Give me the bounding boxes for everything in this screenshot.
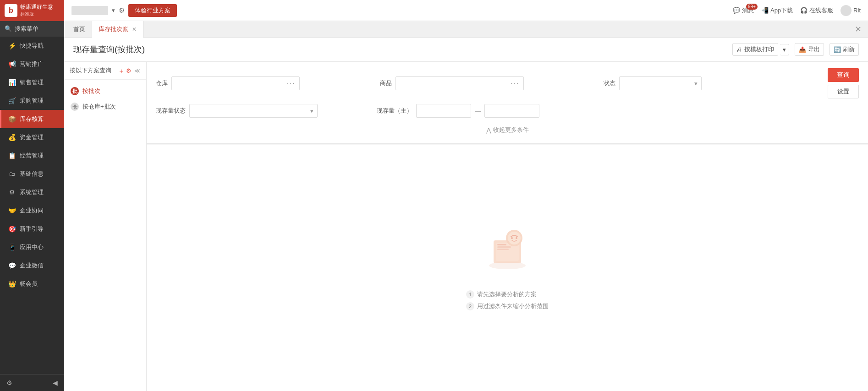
tab-panel-close-icon[interactable]: ✕ <box>855 24 862 34</box>
scheme-item-batch[interactable]: 批 按批次 <box>64 83 146 99</box>
topbar: ▾ ⚙ 体验行业方案 💬 消息 99+ 📲 App下载 🎧 在线客服 Rit <box>64 0 868 21</box>
warehouse-input[interactable]: ··· <box>171 76 300 90</box>
tip-text-2: 用过滤条件来缩小分析范围 <box>477 302 549 310</box>
print-template-btn[interactable]: 🖨 按模板打印 <box>732 43 778 56</box>
sidebar-item-sales[interactable]: 📊 销售管理 <box>0 73 64 92</box>
topbar-breadcrumb <box>71 6 108 15</box>
sales-icon: 📊 <box>8 78 16 87</box>
svg-point-9 <box>516 237 517 239</box>
export-label: 导出 <box>808 45 820 54</box>
collapse-more-label: 收起更多条件 <box>493 126 529 134</box>
refresh-btn[interactable]: 🔄 刷新 <box>830 43 859 56</box>
print-label: 按模板打印 <box>744 45 774 54</box>
tab-inventory-batch[interactable]: 库存批次账 ✕ <box>92 21 143 38</box>
warehouse-dots-icon: ··· <box>287 79 296 87</box>
member-icon: 👑 <box>8 280 16 288</box>
sidebar-item-wechat[interactable]: 💬 企业微信 <box>0 256 64 275</box>
inventory-qty-min-input[interactable] <box>416 104 471 118</box>
sidebar-nav: ⚡ 快捷导航 📢 营销推广 📊 销售管理 🛒 采购管理 📦 库存核算 💰 资金管… <box>0 37 64 374</box>
messages-btn[interactable]: 💬 消息 99+ <box>733 6 754 15</box>
sidebar-search[interactable]: 🔍 搜索菜单 <box>0 21 64 37</box>
newguide-icon: 🎯 <box>8 225 16 233</box>
finance-icon: 💰 <box>8 133 16 141</box>
topbar-settings-icon[interactable]: ⚙ <box>119 6 125 15</box>
search-label: 搜索菜单 <box>15 25 38 33</box>
trial-button[interactable]: 体验行业方案 <box>128 4 177 17</box>
svg-point-7 <box>508 232 521 244</box>
sidebar-header: b 畅康通好生意 标准版 <box>0 0 64 21</box>
inventory-qty-label: 现存量（主） <box>377 107 412 115</box>
sidebar-item-marketing[interactable]: 📢 营销推广 <box>0 55 64 73</box>
sidebar-item-label: 库存核算 <box>20 115 44 123</box>
sidebar-item-purchase[interactable]: 🛒 采购管理 <box>0 92 64 110</box>
export-btn[interactable]: 📤 导出 <box>795 43 824 56</box>
warehouse-label: 仓库 <box>156 79 168 87</box>
tab-close-icon[interactable]: ✕ <box>132 26 137 33</box>
sidebar: b 畅康通好生意 标准版 🔍 搜索菜单 ⚡ 快捷导航 📢 营销推广 📊 销售管理… <box>0 0 64 391</box>
online-service-btn[interactable]: 🎧 在线客服 <box>800 6 833 15</box>
status-select[interactable]: ▾ <box>619 76 702 90</box>
topbar-left: ▾ ⚙ 体验行业方案 <box>71 4 728 17</box>
sidebar-item-label: 销售管理 <box>20 78 44 87</box>
sidebar-item-label: 企业协同 <box>20 206 44 215</box>
tip-text-1: 请先选择要分析的方案 <box>477 290 537 299</box>
sidebar-item-finance[interactable]: 💰 资金管理 <box>0 128 64 147</box>
tip-num-2: 2 <box>466 302 474 310</box>
print-icon: 🖨 <box>736 46 742 53</box>
inventory-status-dropdown-icon: ▾ <box>310 108 313 114</box>
sidebar-item-inventory[interactable]: 📦 库存核算 <box>0 110 64 128</box>
app-logo: b <box>5 4 17 17</box>
scheme-item-warehouse-batch[interactable]: 仓 按仓库+批次 <box>64 99 146 114</box>
sidebar-item-appcenter[interactable]: 📱 应用中心 <box>0 238 64 256</box>
sidebar-item-operations[interactable]: 📋 经营管理 <box>0 147 64 165</box>
filter-row-2: 现存量状态 ▾ 现存量（主） — <box>156 104 859 118</box>
left-panel-title: 按以下方案查询 <box>70 66 111 75</box>
inventory-qty-group: 现存量（主） — <box>377 104 590 118</box>
sidebar-item-member[interactable]: 👑 畅会员 <box>0 275 64 293</box>
scheme-warehouse-icon: 仓 <box>71 103 79 111</box>
product-input[interactable]: ··· <box>396 76 524 90</box>
refresh-label: 刷新 <box>843 45 855 54</box>
svg-rect-4 <box>497 246 511 248</box>
app-download-label: App下载 <box>770 6 793 15</box>
right-panel: 仓库 ··· 商品 ··· 状态 <box>147 62 868 391</box>
sidebar-item-system[interactable]: ⚙ 系统管理 <box>0 183 64 201</box>
tip-num-1: 1 <box>466 290 474 299</box>
add-scheme-icon[interactable]: + <box>119 67 123 75</box>
collapse-panel-icon[interactable]: ≪ <box>134 67 141 74</box>
inventory-status-group: 现存量状态 ▾ <box>156 104 369 118</box>
sidebar-item-label: 基础信息 <box>20 170 44 178</box>
inventory-qty-max-input[interactable] <box>484 104 539 118</box>
qty-dash: — <box>475 108 481 114</box>
collapse-more-btn[interactable]: ⋀ 收起更多条件 <box>156 123 859 137</box>
sidebar-item-label: 应用中心 <box>20 243 44 251</box>
settings-button[interactable]: 设置 <box>828 85 859 98</box>
topbar-dropdown-icon[interactable]: ▾ <box>112 7 115 14</box>
warehouse-filter-group: 仓库 ··· <box>156 76 373 90</box>
app-download-btn[interactable]: 📲 App下载 <box>761 6 793 15</box>
page-title: 现存量查询(按批次) <box>73 44 145 55</box>
tab-home[interactable]: 首页 <box>67 21 92 38</box>
query-button[interactable]: 查询 <box>828 68 859 82</box>
shortcut-icon: ⚡ <box>8 42 16 50</box>
tab-inventory-batch-label: 库存批次账 <box>99 25 128 33</box>
sidebar-item-label: 资金管理 <box>20 133 44 141</box>
settings-icon[interactable]: ⚙ <box>6 379 12 386</box>
search-icon: 🔍 <box>5 25 12 32</box>
inventory-status-select[interactable]: ▾ <box>189 104 318 118</box>
scheme-warehouse-label: 按仓库+批次 <box>82 103 116 111</box>
tab-home-label: 首页 <box>73 25 85 33</box>
wechat-icon: 💬 <box>8 261 16 270</box>
sidebar-item-label: 营销推广 <box>20 60 44 68</box>
enterprise-icon: 🤝 <box>8 206 16 215</box>
collapse-sidebar-icon[interactable]: ◀ <box>53 379 58 386</box>
sidebar-item-enterprise[interactable]: 🤝 企业协同 <box>0 201 64 220</box>
print-dropdown-btn[interactable]: ▾ <box>780 44 789 55</box>
sidebar-item-shortcut[interactable]: ⚡ 快捷导航 <box>0 37 64 55</box>
sidebar-item-newguide[interactable]: 🎯 新手引导 <box>0 220 64 238</box>
scheme-settings-icon[interactable]: ⚙ <box>126 67 132 74</box>
user-btn[interactable]: Rit <box>841 5 861 16</box>
product-dots-icon: ··· <box>511 79 519 87</box>
sidebar-item-basic[interactable]: 🗂 基础信息 <box>0 165 64 183</box>
sidebar-item-label: 企业微信 <box>20 261 44 270</box>
